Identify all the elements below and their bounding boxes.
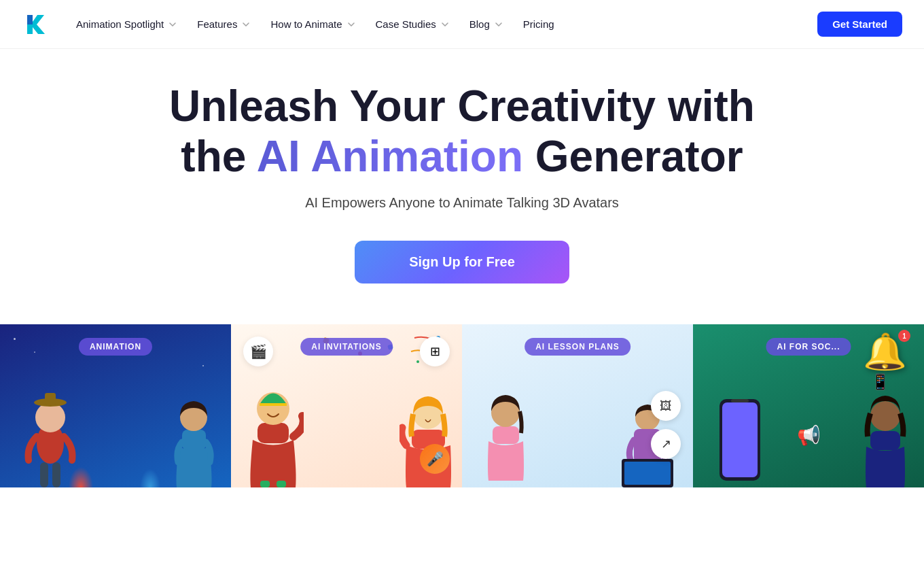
nav-label-blog: Blog: [469, 18, 490, 30]
svg-point-27: [870, 401, 900, 431]
chevron-down-icon: [167, 19, 178, 30]
nav-items: Animation Spotlight Features How to Anim…: [68, 13, 801, 35]
nav-label-pricing: Pricing: [523, 18, 554, 30]
nav-item-how-to-animate[interactable]: How to Animate: [262, 13, 364, 35]
hero-section: Unleash Your Creativity with the AI Anim…: [0, 0, 924, 515]
hero-title-line2-start: the: [181, 132, 256, 181]
svg-rect-6: [182, 430, 206, 450]
svg-rect-16: [493, 426, 519, 444]
card-invitations[interactable]: AI INVITATIONS 🎬 ⊞ 🎤: [231, 324, 462, 487]
card-lesson-plans-label: AI LESSON PLANS: [525, 338, 630, 356]
elf1-svg: [243, 379, 304, 487]
svg-rect-8: [257, 423, 289, 443]
chevron-down-icon: [241, 19, 251, 30]
svg-rect-11: [277, 481, 286, 487]
chevron-down-icon: [493, 19, 504, 30]
card-invitations-label: AI INVITATIONS: [300, 338, 393, 356]
nav-item-pricing[interactable]: Pricing: [515, 13, 563, 35]
card-animation-label: ANIMATION: [79, 338, 152, 356]
svg-rect-10: [260, 481, 270, 487]
share-icon: ↗: [651, 429, 681, 459]
card-social-label: AI FOR SOC...: [766, 338, 851, 356]
hero-title-line2-end: Generator: [523, 132, 743, 181]
film-icon: 🎬: [243, 337, 273, 366]
svg-rect-21: [624, 462, 671, 485]
svg-point-0: [37, 423, 64, 464]
nav-item-animation-spotlight[interactable]: Animation Spotlight: [68, 13, 186, 35]
nav-label-animation-spotlight: Animation Spotlight: [76, 18, 164, 30]
share-image-icon: 🖼: [651, 391, 681, 421]
svg-rect-3: [45, 393, 56, 405]
chevron-down-icon: [440, 19, 450, 30]
social-avatar-svg: [858, 389, 912, 487]
feature-cards-strip: ANIMATION: [0, 324, 924, 487]
notification-badge: 1: [898, 330, 910, 342]
nav-label-case-studies: Case Studies: [376, 18, 436, 30]
nav-label-features: Features: [197, 18, 237, 30]
svg-point-2: [34, 398, 67, 407]
card-lesson-plans[interactable]: AI LESSON PLANS 🖼 ↗: [462, 324, 693, 487]
grid-icon: ⊞: [420, 337, 450, 366]
nav-label-how-to-animate: How to Animate: [270, 18, 342, 30]
navbar: Animation Spotlight Features How to Anim…: [0, 0, 924, 49]
svg-rect-4: [40, 462, 48, 487]
card-social[interactable]: 🔔 1: [693, 324, 924, 487]
nav-item-blog[interactable]: Blog: [461, 13, 512, 35]
get-started-button[interactable]: Get Started: [817, 12, 902, 37]
social-media-icon: 📱: [871, 373, 889, 391]
svg-rect-26: [870, 431, 900, 450]
char2-svg: [168, 389, 219, 487]
hero-subtitle: AI Empowers Anyone to Animate Talking 3D…: [0, 195, 924, 211]
hero-title: Unleash Your Creativity with the AI Anim…: [156, 82, 768, 182]
svg-point-7: [180, 404, 207, 431]
phone-svg: [716, 399, 764, 487]
svg-point-1: [35, 402, 65, 432]
hero-title-accent: AI Animation: [257, 132, 523, 181]
svg-rect-25: [731, 399, 749, 402]
megaphone-icon: 📢: [797, 424, 821, 447]
svg-point-15: [416, 360, 419, 363]
chevron-down-icon: [346, 19, 357, 30]
logo[interactable]: [22, 11, 49, 38]
lesson-avatar-svg: [480, 385, 531, 481]
hero-title-line1: Unleash Your Creativity with: [169, 82, 755, 131]
nav-item-features[interactable]: Features: [189, 13, 260, 35]
char1-svg: [23, 382, 77, 487]
card-animation[interactable]: ANIMATION: [0, 324, 231, 487]
svg-rect-5: [52, 462, 60, 487]
signup-for-free-button[interactable]: Sign Up for Free: [355, 241, 569, 284]
svg-rect-24: [722, 402, 758, 477]
nav-item-case-studies[interactable]: Case Studies: [368, 13, 459, 35]
mic-icon: 🎤: [420, 444, 450, 474]
